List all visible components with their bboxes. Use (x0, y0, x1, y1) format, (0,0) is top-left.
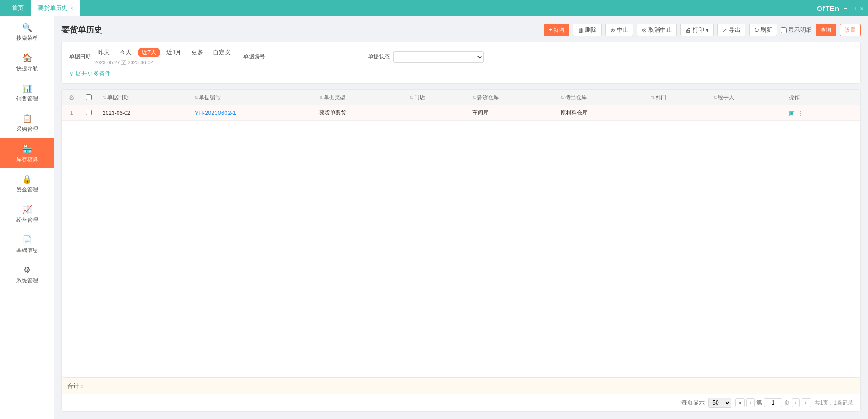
th-checkbox (80, 90, 97, 105)
purchase-icon: 📋 (22, 114, 32, 124)
date-btn-1month[interactable]: 近1月 (163, 48, 185, 57)
action-icons: ▣ ⋮⋮ (789, 110, 854, 117)
cell-action: ▣ ⋮⋮ (783, 105, 860, 121)
toolbar: + 新增 🗑 删除 ⊗ 中止 ⊗ 取消中止 🖨 打印 ▾ (544, 24, 861, 36)
sidebar-label-inventory: 库存核算 (16, 156, 38, 163)
cell-department (646, 105, 708, 121)
th-department[interactable]: 部门 (646, 90, 708, 105)
operations-icon: 📈 (22, 205, 32, 214)
filter-doc-date: 单据日期 昨天 今天 近7天 近1月 更多 自定义 2023-05-27 至 2… (69, 48, 234, 66)
quick-nav-icon: 🏠 (22, 53, 32, 63)
window-maximize[interactable]: □ (852, 5, 856, 12)
tab-home[interactable]: 首页 (5, 0, 31, 16)
tab-active-label: 要货单历史 (38, 0, 67, 16)
doc-no-link[interactable]: YH-20230602-1 (194, 110, 236, 116)
th-doc-type[interactable]: 单据类型 (314, 90, 404, 105)
sidebar-item-finance[interactable]: 🔒 资金管理 (0, 168, 54, 198)
sidebar-label-search-menu: 搜索菜单 (16, 34, 38, 42)
doc-date-label: 单据日期 (69, 53, 91, 61)
cancel-stop-button[interactable]: ⊗ 取消中止 (637, 24, 677, 36)
prev-btn[interactable]: ‹ (746, 398, 755, 407)
next-btn[interactable]: › (792, 398, 800, 407)
page-size-select[interactable]: 50 100 (708, 398, 731, 408)
show-detail-label[interactable]: 显示明细 (781, 26, 812, 34)
print-button[interactable]: 🖨 打印 ▾ (680, 24, 714, 36)
inventory-icon: 🏪 (22, 144, 32, 154)
sidebar-label-finance: 资金管理 (16, 186, 38, 194)
delete-icon: 🗑 (578, 27, 584, 33)
date-btn-custom[interactable]: 自定义 (209, 48, 234, 57)
select-all-checkbox[interactable] (86, 94, 92, 100)
cell-handler (708, 105, 783, 121)
page-title: 要货单历史 (61, 24, 102, 35)
th-store[interactable]: 门店 (404, 90, 467, 105)
show-detail-checkbox[interactable] (781, 27, 787, 33)
expand-more-btn[interactable]: ∨ 展开更多条件 (69, 70, 853, 78)
doc-no-input[interactable] (269, 52, 359, 62)
doc-status-label: 单据状态 (368, 53, 390, 61)
sidebar-item-inventory[interactable]: 🏪 库存核算 (0, 138, 54, 168)
page-info: 共1页，1条记录 (815, 399, 853, 407)
sidebar-item-search-menu[interactable]: 🔍 搜索菜单 (0, 16, 54, 47)
date-btn-group: 昨天 今天 近7天 近1月 更多 自定义 (94, 48, 234, 57)
top-bar-right: OfTEn − □ × (817, 5, 863, 12)
tab-close-icon[interactable]: × (70, 0, 73, 16)
cell-doc-type: 要货单要货 (314, 105, 404, 121)
sidebar-item-system[interactable]: ⚙ 系统管理 (0, 259, 54, 289)
settings-button[interactable]: 设置 (840, 24, 861, 36)
page-unit: 页 (784, 399, 790, 407)
th-doc-no[interactable]: 单据编号 (189, 90, 314, 105)
date-btn-more[interactable]: 更多 (188, 48, 207, 57)
export-button[interactable]: ↗ 导出 (717, 24, 745, 36)
date-btn-yesterday[interactable]: 昨天 (94, 48, 113, 57)
refresh-icon: ↻ (754, 27, 759, 33)
sidebar-item-operations[interactable]: 📈 经营管理 (0, 198, 54, 229)
th-handler[interactable]: 经手人 (708, 90, 783, 105)
sidebar-item-sales[interactable]: 📊 销售管理 (0, 77, 54, 107)
query-button[interactable]: 查询 (816, 24, 836, 36)
tab-active[interactable]: 要货单历史 × (31, 0, 80, 16)
brand-logo: OfTEn (817, 5, 840, 12)
finance-icon: 🔒 (22, 174, 32, 184)
view-icon[interactable]: ▣ (789, 110, 795, 117)
per-page-label: 每页显示 (681, 399, 705, 407)
row-checkbox[interactable] (86, 110, 92, 115)
prev-group-btn[interactable]: « (735, 398, 745, 407)
page-input[interactable] (764, 398, 782, 407)
date-btn-7days[interactable]: 近7天 (138, 48, 160, 57)
sidebar-label-basic-info: 基础信息 (16, 247, 38, 254)
th-action: 操作 (783, 90, 860, 105)
stop-button[interactable]: ⊗ 中止 (605, 24, 633, 36)
th-settings: ⚙ (62, 90, 80, 105)
page-label: 第 (756, 399, 762, 407)
sidebar-item-purchase[interactable]: 📋 采购管理 (0, 107, 54, 138)
window-close[interactable]: × (860, 5, 863, 12)
date-btn-today[interactable]: 今天 (116, 48, 135, 57)
stop-icon: ⊗ (610, 27, 615, 33)
sidebar-item-basic-info[interactable]: 📄 基础信息 (0, 229, 54, 259)
content-area: 要货单历史 + 新增 🗑 删除 ⊗ 中止 ⊗ 取消中止 🖨 打印 (54, 16, 868, 419)
th-req-warehouse[interactable]: 要货仓库 (467, 90, 555, 105)
th-pending-warehouse[interactable]: 待出仓库 (555, 90, 646, 105)
gear-icon[interactable]: ⚙ (69, 94, 75, 101)
sidebar-item-quick-nav[interactable]: 🏠 快捷导航 (0, 47, 54, 77)
doc-status-select[interactable] (393, 51, 484, 63)
cell-doc-no[interactable]: YH-20230602-1 (189, 105, 314, 121)
main-layout: 🔍 搜索菜单 🏠 快捷导航 📊 销售管理 📋 采购管理 🏪 库存核算 🔒 资金管… (0, 16, 868, 419)
cell-store (404, 105, 467, 121)
cancel-stop-icon: ⊗ (642, 27, 647, 33)
window-minimize[interactable]: − (844, 5, 848, 12)
add-button[interactable]: + 新增 (544, 24, 569, 36)
refresh-button[interactable]: ↻ 刷新 (749, 24, 777, 36)
th-doc-date[interactable]: 单据日期 (97, 90, 189, 105)
next-group-btn[interactable]: » (802, 398, 811, 407)
export-icon: ↗ (722, 27, 727, 33)
delete-button[interactable]: 🗑 删除 (573, 24, 602, 36)
date-range-display: 2023-05-27 至 2023-06-02 (94, 59, 234, 66)
filter-doc-status: 单据状态 (368, 51, 484, 63)
sidebar-label-quick-nav: 快捷导航 (16, 65, 38, 72)
data-table: ⚙ 单据日期 单据编号 单据类型 门店 要货仓库 待出仓库 部门 (62, 90, 860, 121)
more-icon[interactable]: ⋮⋮ (797, 110, 810, 117)
table-footer: 合计： (62, 378, 860, 394)
doc-no-label: 单据编号 (243, 53, 265, 61)
